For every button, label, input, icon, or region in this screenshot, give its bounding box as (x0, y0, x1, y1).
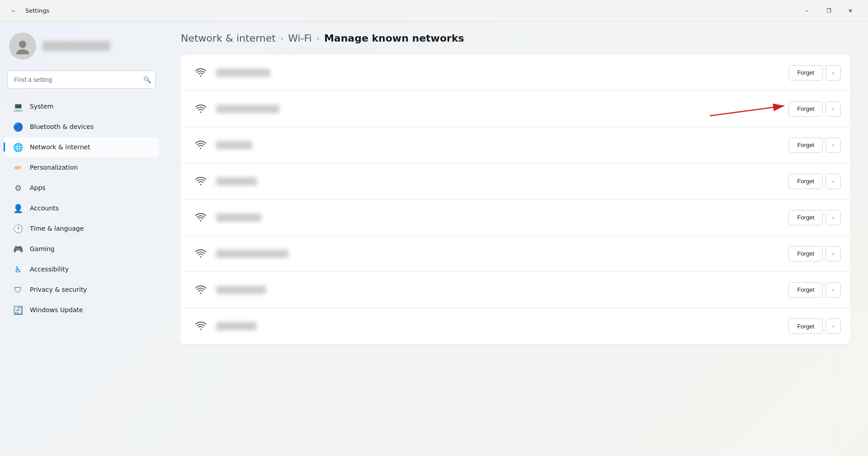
forget-button[interactable]: Forget (788, 138, 823, 153)
wifi-icon (190, 141, 212, 150)
svg-point-1 (16, 49, 29, 54)
expand-button[interactable]: › (826, 138, 841, 153)
breadcrumb: Network & internet › Wi-Fi › Manage know… (181, 33, 850, 44)
network-item: Forget › (181, 127, 850, 163)
nav-icon-accessibility: ♿ (13, 264, 24, 275)
sidebar-item-personalization[interactable]: ✏️ Personalization (4, 157, 159, 177)
nav-label-privacy: Privacy & security (30, 286, 87, 293)
nav-label-system: System (30, 103, 53, 110)
nav-icon-accounts: 👤 (13, 203, 24, 214)
network-item: Forget › (181, 272, 850, 308)
expand-button[interactable]: › (826, 318, 841, 334)
back-button[interactable]: ← (7, 5, 20, 17)
close-button[interactable]: ✕ (840, 4, 861, 18)
network-name (216, 177, 257, 185)
sidebar-item-privacy[interactable]: 🛡 Privacy & security (4, 280, 159, 299)
network-name (216, 322, 257, 330)
network-name (216, 141, 252, 149)
user-section (0, 29, 163, 69)
network-item: Forget › (181, 308, 850, 344)
expand-button[interactable]: › (826, 246, 841, 261)
network-name (216, 105, 279, 113)
nav-icon-gaming: 🎮 (13, 243, 24, 254)
maximize-button[interactable]: ❐ (818, 4, 839, 18)
sidebar-item-network[interactable]: 🌐 Network & internet (4, 137, 159, 157)
forget-button[interactable]: Forget (788, 101, 823, 117)
network-name (216, 286, 266, 294)
title-bar: ← Settings − ❐ ✕ (0, 0, 868, 22)
breadcrumb-current: Manage known networks (324, 33, 464, 44)
main-content: Network & internet › Wi-Fi › Manage know… (163, 22, 868, 456)
navigation: 💻 System 🔵 Bluetooth & devices 🌐 Network… (0, 96, 163, 320)
window-controls: − ❐ ✕ (797, 4, 861, 18)
wifi-icon (190, 285, 212, 294)
forget-button[interactable]: Forget (788, 246, 823, 261)
network-actions: Forget › (788, 101, 841, 117)
nav-icon-system: 💻 (13, 101, 24, 112)
nav-icon-bluetooth: 🔵 (13, 121, 24, 132)
network-item: Forget › (181, 163, 850, 200)
network-actions: Forget › (788, 246, 841, 261)
network-actions: Forget › (788, 210, 841, 225)
expand-button[interactable]: › (826, 65, 841, 81)
sidebar-item-update[interactable]: 🔄 Windows Update (4, 300, 159, 320)
nav-label-apps: Apps (30, 184, 46, 191)
network-item: Forget › (181, 200, 850, 236)
expand-button[interactable]: › (826, 282, 841, 298)
search-input[interactable] (7, 71, 156, 89)
forget-button[interactable]: Forget (788, 174, 823, 189)
wifi-icon (190, 249, 212, 258)
wifi-icon (190, 322, 212, 331)
forget-button[interactable]: Forget (788, 210, 823, 225)
svg-line-3 (710, 106, 784, 116)
network-item: Forget › (181, 91, 850, 127)
network-name (216, 250, 288, 258)
network-actions: Forget › (788, 65, 841, 81)
svg-point-0 (19, 41, 26, 48)
wifi-icon (190, 177, 212, 186)
network-item: Forget › (181, 55, 850, 91)
nav-icon-personalization: ✏️ (13, 162, 24, 173)
sidebar-item-gaming[interactable]: 🎮 Gaming (4, 239, 159, 259)
network-actions: Forget › (788, 318, 841, 334)
forget-button[interactable]: Forget (788, 318, 823, 334)
sidebar-item-apps[interactable]: ⚙ Apps (4, 178, 159, 198)
sidebar-item-time[interactable]: 🕐 Time & language (4, 218, 159, 238)
nav-label-bluetooth: Bluetooth & devices (30, 123, 94, 130)
network-name (216, 214, 261, 222)
nav-icon-apps: ⚙ (13, 182, 24, 193)
networks-list: Forget › Forget › F (181, 55, 850, 456)
app-title: Settings (25, 7, 49, 14)
breadcrumb-network-internet[interactable]: Network & internet (181, 33, 276, 44)
wifi-icon (190, 213, 212, 222)
app-body: 🔍 💻 System 🔵 Bluetooth & devices 🌐 Netwo… (0, 22, 868, 456)
network-item: Forget › (181, 236, 850, 272)
nav-label-gaming: Gaming (30, 245, 55, 252)
network-actions: Forget › (788, 174, 841, 189)
network-actions: Forget › (788, 282, 841, 298)
search-box: 🔍 (7, 71, 156, 89)
expand-button[interactable]: › (826, 174, 841, 189)
sidebar-item-system[interactable]: 💻 System (4, 96, 159, 116)
nav-label-accessibility: Accessibility (30, 266, 69, 273)
forget-button[interactable]: Forget (788, 282, 823, 298)
sidebar-item-bluetooth[interactable]: 🔵 Bluetooth & devices (4, 117, 159, 137)
nav-label-time: Time & language (30, 225, 84, 232)
nav-icon-privacy: 🛡 (13, 284, 24, 295)
wifi-icon (190, 68, 212, 77)
avatar (9, 33, 36, 60)
nav-label-network: Network & internet (30, 143, 90, 151)
expand-button[interactable]: › (826, 101, 841, 117)
forget-button[interactable]: Forget (788, 65, 823, 81)
nav-icon-network: 🌐 (13, 142, 24, 152)
expand-button[interactable]: › (826, 210, 841, 225)
nav-label-accounts: Accounts (30, 204, 59, 212)
sidebar: 🔍 💻 System 🔵 Bluetooth & devices 🌐 Netwo… (0, 22, 163, 456)
sidebar-item-accounts[interactable]: 👤 Accounts (4, 198, 159, 218)
nav-icon-time: 🕐 (13, 223, 24, 234)
breadcrumb-sep1: › (280, 33, 283, 43)
user-name (42, 41, 110, 51)
minimize-button[interactable]: − (797, 4, 817, 18)
breadcrumb-wifi[interactable]: Wi-Fi (288, 33, 312, 44)
sidebar-item-accessibility[interactable]: ♿ Accessibility (4, 259, 159, 279)
